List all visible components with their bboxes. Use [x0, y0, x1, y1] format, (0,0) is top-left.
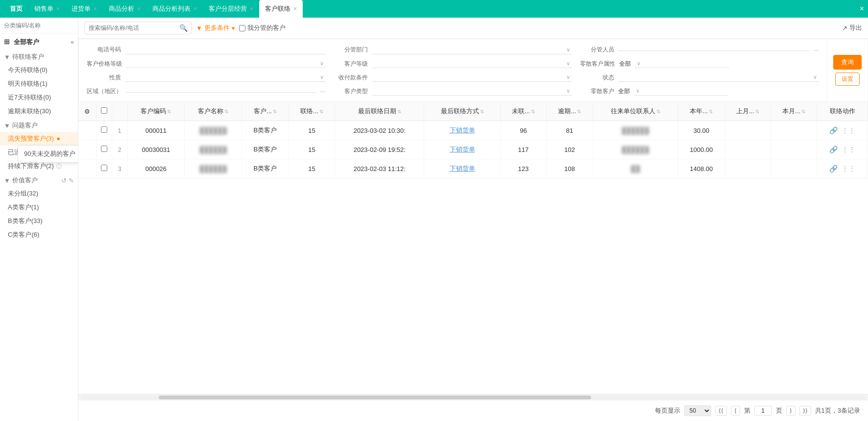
contact-sort-icon[interactable]: ⇅: [319, 109, 323, 114]
filter-settings-button[interactable]: 设置: [835, 73, 860, 86]
value-group-refresh-icon[interactable]: ↺: [61, 177, 67, 184]
sidebar-item-tomorrow[interactable]: 明天待联络(1): [0, 77, 78, 91]
prev-page-btn[interactable]: ⟨: [731, 406, 740, 416]
sidebar-item-warning[interactable]: 流失预警客户(3) ●: [0, 132, 78, 146]
close-all-btn[interactable]: ×: [860, 4, 864, 13]
row-last-method-2[interactable]: 下销货单: [424, 159, 500, 178]
next-page-btn[interactable]: ⟩: [786, 406, 796, 416]
col-settings[interactable]: ⚙: [78, 102, 96, 121]
close-purchase-tab[interactable]: ×: [94, 5, 97, 12]
close-sales-tab[interactable]: ×: [56, 5, 60, 12]
row-last-method-0[interactable]: 下销货单: [424, 121, 500, 140]
export-button[interactable]: ↗ 导出: [842, 24, 862, 32]
filter-dept-select[interactable]: ∨: [372, 46, 573, 54]
row-checkbox-0[interactable]: [101, 126, 107, 133]
sidebar-item-ungrouped[interactable]: 未分组(32): [0, 187, 78, 200]
last-page-btn[interactable]: ⟩⟩: [799, 406, 811, 416]
col-this-month[interactable]: 本月...⇅: [771, 102, 817, 121]
sidebar-collapse-icon[interactable]: «: [71, 39, 74, 46]
filter-customer-type-select[interactable]: ∨: [372, 87, 573, 96]
close-analysis-table-tab[interactable]: ×: [193, 5, 197, 12]
close-analysis-tab[interactable]: ×: [137, 5, 141, 12]
row-checkbox-2[interactable]: [101, 165, 107, 171]
filter-customer-grade-select[interactable]: ∨: [372, 59, 573, 68]
filter-region-select[interactable]: [126, 90, 316, 93]
group-problem[interactable]: ▼ 问题客户: [0, 118, 78, 132]
person-dots-btn[interactable]: ···: [813, 46, 819, 54]
region-dots-btn[interactable]: ···: [320, 87, 326, 95]
filter-phone-input[interactable]: [125, 45, 326, 54]
tab-analysis-table[interactable]: 商品分析列表 ×: [146, 0, 203, 18]
action-more-icon-0[interactable]: ⋮⋮: [842, 126, 855, 134]
last-date-sort-icon[interactable]: ⇅: [397, 109, 401, 114]
query-button[interactable]: 查询: [833, 55, 862, 70]
last-method-link-2[interactable]: 下销货单: [450, 165, 475, 172]
col-last-month[interactable]: 上月...⇅: [724, 102, 771, 121]
sidebar-item-typeA[interactable]: A类客户(1): [0, 200, 78, 214]
select-all-checkbox[interactable]: [101, 107, 107, 114]
per-page-select[interactable]: 50 20 100: [684, 405, 711, 416]
horizontal-scrollbar[interactable]: [78, 394, 868, 400]
toolbar-search-button[interactable]: 🔍: [179, 24, 188, 32]
col-type[interactable]: 客户...⇅: [242, 102, 289, 121]
filter-nature-select[interactable]: ∨: [125, 73, 326, 82]
first-page-btn[interactable]: ⟨⟨: [715, 406, 727, 416]
code-sort-icon[interactable]: ⇅: [167, 109, 171, 114]
col-last-date[interactable]: 最后联络日期⇅: [335, 102, 424, 121]
last-month-sort-icon[interactable]: ⇅: [755, 109, 759, 114]
tab-purchase[interactable]: 进货单 ×: [66, 0, 103, 18]
table-settings-icon[interactable]: ⚙: [84, 108, 90, 115]
tab-home[interactable]: 首页: [4, 0, 28, 18]
type-sort-icon[interactable]: ⇅: [273, 109, 277, 114]
sidebar-item-overdue[interactable]: 逾期未联络(30): [0, 104, 78, 118]
filter-retail-attr-select[interactable]: ∨: [635, 59, 729, 68]
col-contact-count[interactable]: 联络...⇅: [289, 102, 335, 121]
my-customers-checkbox[interactable]: [239, 25, 245, 31]
col-overdue[interactable]: 逾期...⇅: [547, 102, 593, 121]
action-more-icon-1[interactable]: ⋮⋮: [842, 146, 855, 153]
last-method-link-0[interactable]: 下销货单: [450, 126, 475, 134]
filter-price-grade-select[interactable]: ∨: [126, 59, 326, 68]
not-contact-sort-icon[interactable]: ⇅: [531, 109, 535, 114]
col-code[interactable]: 客户编码⇅: [127, 102, 185, 121]
unit-contact-sort-icon[interactable]: ⇅: [656, 109, 660, 114]
tab-analysis[interactable]: 商品分析 ×: [103, 0, 146, 18]
tab-customer-segment[interactable]: 客户分层经营 ×: [203, 0, 259, 18]
sidebar-item-typeC[interactable]: C类客户(6): [0, 228, 78, 242]
col-this-year[interactable]: 本年...⇅: [678, 102, 724, 121]
overdue-sort-icon[interactable]: ⇅: [577, 109, 581, 114]
col-not-contact[interactable]: 未联...⇅: [500, 102, 546, 121]
value-group-edit-icon[interactable]: ✎: [69, 177, 74, 184]
action-link-icon-0[interactable]: 🔗: [829, 126, 838, 134]
action-more-icon-2[interactable]: ⋮⋮: [842, 165, 855, 173]
tab-customer-contact[interactable]: 客户联络 ×: [259, 0, 303, 18]
page-number-input[interactable]: [754, 406, 772, 416]
close-customer-contact-tab[interactable]: ×: [293, 5, 297, 12]
sidebar-search-input[interactable]: [4, 22, 77, 29]
tab-sales[interactable]: 销售单 ×: [28, 0, 66, 18]
last-method-link-1[interactable]: 下销货单: [450, 146, 475, 153]
group-pending[interactable]: ▼ 待联络客户: [0, 50, 78, 63]
scrollbar-thumb[interactable]: [159, 396, 591, 399]
action-link-icon-2[interactable]: 🔗: [829, 165, 838, 173]
row-last-method-1[interactable]: 下销货单: [424, 140, 500, 159]
my-customers-checkbox-label[interactable]: 我分管的客户: [239, 24, 286, 32]
group-value[interactable]: ▼ 价值客户 ↺ ✎: [0, 173, 78, 187]
action-link-icon-1[interactable]: 🔗: [829, 146, 838, 153]
filter-retail-customer-select[interactable]: ∨: [634, 87, 728, 96]
filter-person-select[interactable]: [618, 49, 809, 51]
sidebar-item-today[interactable]: 今天待联络(0): [0, 63, 78, 77]
more-conditions-button[interactable]: ▼ 更多条件 ▾: [196, 24, 235, 32]
sidebar-item-typeB[interactable]: B类客户(33): [0, 214, 78, 228]
close-customer-segment-tab[interactable]: ×: [250, 5, 253, 12]
filter-payment-select[interactable]: ∨: [372, 73, 573, 82]
name-sort-icon[interactable]: ⇅: [224, 109, 228, 114]
this-year-sort-icon[interactable]: ⇅: [709, 109, 713, 114]
filter-status-select[interactable]: ∨: [618, 73, 819, 82]
this-month-sort-icon[interactable]: ⇅: [801, 109, 805, 114]
toolbar-search-input[interactable]: [89, 25, 179, 31]
last-method-sort-icon[interactable]: ⇅: [480, 109, 484, 114]
all-customers-header[interactable]: ⊞ 全部客户 «: [0, 34, 78, 50]
sidebar-item-week[interactable]: 近7天待联络(0): [0, 91, 78, 104]
col-unit-contact[interactable]: 往来单位联系人⇅: [593, 102, 678, 121]
